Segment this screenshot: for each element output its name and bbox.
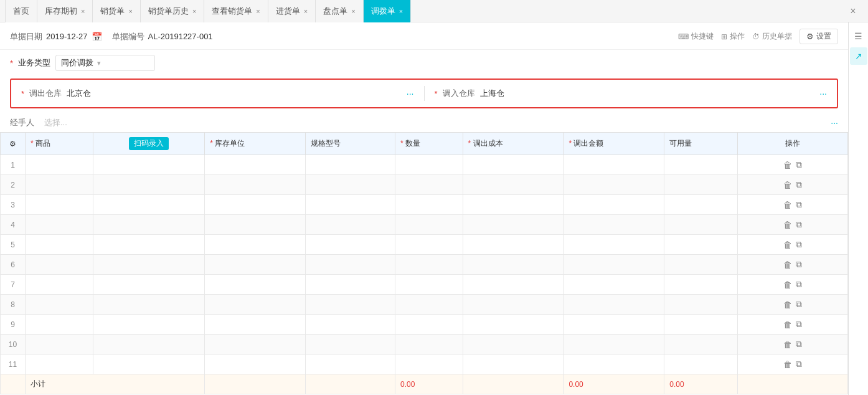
delete-row-icon[interactable]: 🗑 — [783, 359, 792, 369]
calendar-icon[interactable]: 📅 — [92, 32, 102, 42]
unit-cell[interactable] — [205, 155, 306, 175]
handler-label: 经手人 — [10, 117, 34, 128]
tab-view-sales[interactable]: 查看销货单 × — [204, 0, 268, 22]
table-container[interactable]: ⚙ * 商品 扫码录入 * 库存单位 规格型号 — [0, 132, 848, 395]
business-type-select[interactable]: 同价调拨 ▾ — [55, 55, 155, 71]
delete-row-icon[interactable]: 🗑 — [783, 260, 792, 270]
handler-input[interactable]: 选择... — [44, 117, 67, 128]
close-tab-inventory[interactable]: × — [81, 7, 85, 15]
copy-row-icon[interactable]: ⧉ — [796, 239, 802, 250]
warehouse-out-required: * — [21, 89, 24, 98]
table-row: 9 🗑⧉ — [1, 315, 848, 335]
close-tab-transfer[interactable]: × — [399, 7, 403, 15]
scan-cell — [93, 155, 205, 175]
product-cell[interactable] — [26, 155, 93, 175]
delete-row-icon[interactable]: 🗑 — [783, 280, 792, 290]
shortcut-label: 快捷键 — [691, 31, 714, 42]
subtotal-amount: 0.00 — [664, 374, 737, 394]
delete-row-icon[interactable]: 🗑 — [783, 340, 792, 350]
copy-row-icon[interactable]: ⧉ — [796, 319, 802, 330]
copy-row-icon[interactable]: ⧉ — [796, 339, 802, 350]
docno-value: AL-20191227-001 — [148, 32, 213, 41]
cost-cell[interactable] — [463, 155, 564, 175]
scan-button[interactable]: 扫码录入 — [129, 137, 169, 150]
delete-row-icon[interactable]: 🗑 — [783, 220, 792, 230]
delete-row-icon[interactable]: 🗑 — [783, 160, 792, 170]
col-unit: * 库存单位 — [205, 133, 306, 155]
warehouse-in-field: * 调入仓库 上海仓 ··· — [435, 88, 828, 99]
qty-cell[interactable] — [395, 155, 463, 175]
date-value[interactable]: 2019-12-27 — [46, 32, 88, 41]
scan-btn-header: 扫码录入 — [93, 133, 205, 155]
delete-row-icon[interactable]: 🗑 — [783, 300, 792, 310]
copy-row-icon[interactable]: ⧉ — [796, 219, 802, 230]
close-tab-purchase[interactable]: × — [304, 7, 308, 15]
tab-inventory-init[interactable]: 库存期初 × — [37, 0, 93, 22]
docno-label: 单据编号 — [112, 31, 144, 42]
col-action: 操作 — [737, 133, 847, 155]
tab-stocktake[interactable]: 盘点单 × — [316, 0, 363, 22]
col-settings[interactable]: ⚙ — [1, 133, 26, 155]
table-header-row: ⚙ * 商品 扫码录入 * 库存单位 规格型号 — [1, 133, 848, 155]
warehouse-out-more[interactable]: ··· — [407, 88, 414, 98]
close-tab-sales-hist[interactable]: × — [192, 7, 196, 15]
tab-sales-order[interactable]: 销货单 × — [93, 0, 140, 22]
docno-field: 单据编号 AL-20191227-001 — [112, 31, 213, 42]
window-close-button[interactable]: × — [843, 1, 863, 21]
tab-transfer[interactable]: 调拨单 × — [364, 0, 411, 22]
header-left: 单据日期 2019-12-27 📅 单据编号 AL-20191227-001 — [10, 31, 213, 42]
right-panel: ☰ ↗ — [848, 22, 868, 395]
gear-icon: ⚙ — [806, 32, 814, 41]
col-qty: * 数量 — [395, 133, 463, 155]
warehouse-out-value[interactable]: 北京仓 — [67, 88, 91, 99]
warehouse-out-field: * 调出仓库 北京仓 ··· — [21, 88, 414, 99]
copy-row-icon[interactable]: ⧉ — [796, 279, 802, 290]
copy-row-icon[interactable]: ⧉ — [796, 199, 802, 210]
available-cell — [664, 155, 737, 175]
handler-row: 经手人 选择... ··· — [0, 113, 848, 132]
tab-bar: 首页 库存期初 × 销货单 × 销货单历史 × 查看销货单 × 进货单 × 盘点… — [0, 0, 868, 22]
main-content: 单据日期 2019-12-27 📅 单据编号 AL-20191227-001 ⌨… — [0, 22, 848, 395]
col-cost: * 调出成本 — [463, 133, 564, 155]
business-type-label: 业务类型 — [18, 57, 50, 69]
copy-row-icon[interactable]: ⧉ — [796, 259, 802, 270]
grid-icon: ⊞ — [721, 32, 727, 41]
amount-cell[interactable] — [564, 155, 664, 175]
shortcut-action[interactable]: ⌨ 快捷键 — [678, 31, 714, 42]
tab-purchase[interactable]: 进货单 × — [268, 0, 316, 22]
history-action[interactable]: ⏱ 历史单据 — [752, 31, 792, 42]
warehouse-out-label: 调出仓库 — [29, 88, 62, 99]
close-tab-stocktake[interactable]: × — [351, 7, 355, 15]
handler-more[interactable]: ··· — [831, 118, 838, 128]
panel-export-icon[interactable]: ↗ — [850, 47, 867, 65]
tab-sales-history[interactable]: 销货单历史 × — [141, 0, 204, 22]
business-type-value: 同价调拨 — [61, 57, 93, 69]
close-tab-view-sales[interactable]: × — [256, 7, 260, 15]
warehouse-in-required: * — [435, 89, 438, 98]
operation-label: 操作 — [730, 31, 745, 42]
table-row: 10 🗑⧉ — [1, 335, 848, 355]
copy-row-icon[interactable]: ⧉ — [796, 159, 802, 170]
table-row: 7 🗑⧉ — [1, 275, 848, 295]
table-row-11: 11 🗑⧉ — [1, 355, 848, 374]
panel-list-icon[interactable]: ☰ — [850, 27, 867, 45]
history-icon: ⏱ — [752, 32, 760, 41]
delete-row-icon[interactable]: 🗑 — [783, 180, 792, 190]
delete-row-icon[interactable]: 🗑 — [783, 320, 792, 330]
copy-row-icon[interactable]: ⧉ — [796, 359, 802, 369]
warehouse-in-value[interactable]: 上海仓 — [480, 88, 504, 99]
warehouse-in-more[interactable]: ··· — [819, 88, 827, 98]
close-tab-sales[interactable]: × — [128, 7, 132, 15]
date-field: 单据日期 2019-12-27 📅 — [10, 31, 102, 42]
delete-row-icon[interactable]: 🗑 — [783, 200, 792, 210]
copy-row-icon[interactable]: ⧉ — [796, 179, 802, 190]
table-row: 8 🗑⧉ — [1, 295, 848, 315]
delete-row-icon[interactable]: 🗑 — [783, 240, 792, 250]
table-row: 2 🗑⧉ — [1, 175, 848, 195]
spec-cell[interactable] — [305, 155, 395, 175]
dropdown-icon: ▾ — [97, 59, 101, 67]
tab-home[interactable]: 首页 — [5, 0, 37, 22]
setting-button[interactable]: ⚙ 设置 — [800, 29, 838, 44]
operation-action[interactable]: ⊞ 操作 — [721, 31, 745, 42]
copy-row-icon[interactable]: ⧉ — [796, 299, 802, 310]
